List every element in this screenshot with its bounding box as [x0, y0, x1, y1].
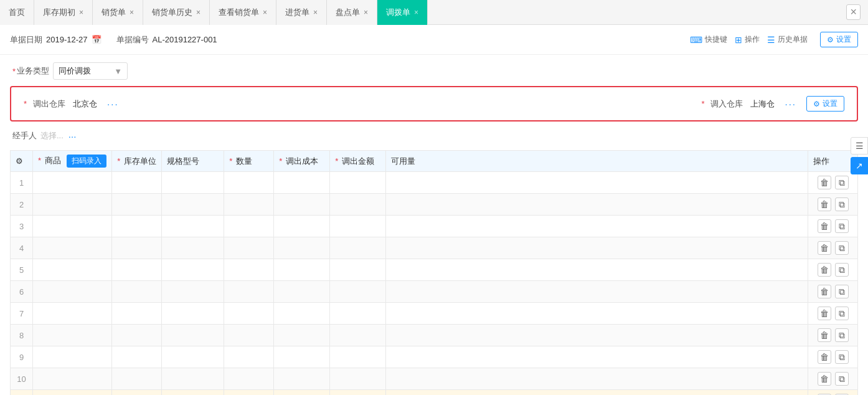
th-ops-label: 操作: [813, 156, 829, 166]
right-float-panel: ☰ ↗: [851, 137, 868, 174]
product-cell-6[interactable]: [33, 281, 112, 303]
amount-cell-1: [330, 172, 386, 194]
header-actions: ⌨ 快捷键 ⊞ 操作 ☰ 历史单据 ⚙ 设置: [690, 32, 858, 47]
th-qty-label: 数量: [236, 156, 252, 166]
copy-row-1-button[interactable]: ⧉: [835, 176, 849, 189]
tab-sales-order[interactable]: 销货单 ×: [93, 0, 143, 25]
doc-number-value: AL-20191227-001: [153, 35, 217, 44]
available-cell-9: [386, 346, 808, 368]
tab-purchase-order[interactable]: 进货单 ×: [276, 0, 327, 25]
delete-row-8-button[interactable]: 🗑: [818, 328, 831, 342]
copy-row-8-button[interactable]: ⧉: [835, 328, 849, 342]
subtotal-cost-cell: 0.00: [274, 390, 330, 396]
delete-row-4-button[interactable]: 🗑: [818, 241, 831, 255]
ops-cell-10: 🗑 ⧉: [808, 368, 858, 390]
column-gear-icon: ⚙: [16, 156, 23, 166]
scan-input-button[interactable]: 扫码录入: [67, 155, 106, 168]
product-cell-7[interactable]: [33, 303, 112, 325]
tab-stocktake-close[interactable]: ×: [364, 8, 368, 17]
ops-cell-7: 🗑 ⧉: [808, 303, 858, 325]
spec-cell-2: [162, 194, 224, 216]
delete-row-1-button[interactable]: 🗑: [818, 176, 831, 189]
subtotal-amount-cell: 0.00: [330, 390, 386, 396]
amount-cell-8: [330, 325, 386, 346]
delete-row-10-button[interactable]: 🗑: [818, 372, 831, 386]
warehouse-settings-gear-icon: ⚙: [813, 100, 820, 108]
close-all-tabs-button[interactable]: ×: [846, 4, 861, 20]
available-cell-5: [386, 259, 808, 281]
tab-stocktake[interactable]: 盘点单 ×: [327, 0, 377, 25]
qty-cell-2: [224, 194, 274, 216]
history-link[interactable]: ☰ 历史单据: [767, 34, 808, 45]
table-container: ⚙ * 商品 扫码录入 * 库存单位 规格型号 *: [10, 150, 858, 395]
tab-sales-history[interactable]: 销货单历史 ×: [143, 0, 210, 25]
spec-cell-10: [162, 368, 224, 390]
settings-button[interactable]: ⚙ 设置: [820, 32, 858, 47]
tab-home[interactable]: 首页: [0, 0, 34, 25]
biz-type-dropdown[interactable]: 同价调拨 ▼: [53, 62, 128, 80]
tab-view-sales[interactable]: 查看销货单 ×: [210, 0, 276, 25]
tab-inventory-init[interactable]: 库存期初 ×: [34, 0, 93, 25]
th-cost-label: 调出成本: [286, 156, 318, 166]
delete-row-3-button[interactable]: 🗑: [818, 219, 831, 233]
copy-row-5-button[interactable]: ⧉: [835, 263, 849, 277]
delete-row-5-button[interactable]: 🗑: [818, 263, 831, 277]
tab-sales-history-close[interactable]: ×: [196, 8, 200, 17]
tab-view-sales-close[interactable]: ×: [263, 8, 267, 17]
copy-row-9-button[interactable]: ⧉: [835, 350, 849, 364]
tab-purchase-order-close[interactable]: ×: [313, 8, 318, 17]
out-warehouse-more-button[interactable]: ···: [107, 98, 119, 109]
ops-cell-4: 🗑 ⧉: [808, 237, 858, 259]
product-cell-2[interactable]: [33, 194, 112, 216]
th-gear[interactable]: ⚙: [11, 151, 33, 172]
spec-cell-7: [162, 303, 224, 325]
unit-cell-5: [112, 259, 162, 281]
spec-cell-6: [162, 281, 224, 303]
delete-row-2-button[interactable]: 🗑: [818, 198, 831, 211]
warehouse-settings-button[interactable]: ⚙ 设置: [806, 96, 844, 112]
tab-sales-order-close[interactable]: ×: [130, 8, 134, 17]
copy-row-10-button[interactable]: ⧉: [835, 372, 849, 386]
product-cell-4[interactable]: [33, 237, 112, 259]
shortcut-link[interactable]: ⌨ 快捷键: [690, 34, 727, 45]
copy-row-2-button[interactable]: ⧉: [835, 198, 849, 211]
copy-row-7-button[interactable]: ⧉: [835, 307, 849, 320]
spec-cell-4: [162, 237, 224, 259]
in-warehouse-more-button[interactable]: ···: [785, 98, 796, 109]
float-export-button[interactable]: ↗: [851, 157, 868, 174]
row-num-9: 9: [11, 346, 33, 368]
doc-number-group: 单据编号 AL-20191227-001: [116, 34, 217, 45]
shortcut-icon: ⌨: [690, 35, 702, 45]
copy-row-4-button[interactable]: ⧉: [835, 241, 849, 255]
product-cell-5[interactable]: [33, 259, 112, 281]
tab-transfer-close[interactable]: ×: [414, 8, 418, 17]
row-num-10: 10: [11, 368, 33, 390]
copy-row-6-button[interactable]: ⧉: [835, 285, 849, 298]
table-row: 2 🗑 ⧉: [11, 194, 858, 216]
product-cell-10[interactable]: [33, 368, 112, 390]
product-cell-9[interactable]: [33, 346, 112, 368]
product-cell-3[interactable]: [33, 216, 112, 237]
product-cell-1[interactable]: [33, 172, 112, 194]
tab-inventory-init-close[interactable]: ×: [79, 8, 83, 17]
float-list-button[interactable]: ☰: [851, 137, 868, 155]
out-warehouse-value: 北京仓: [73, 98, 97, 110]
delete-row-9-button[interactable]: 🗑: [818, 350, 831, 364]
calendar-icon[interactable]: 📅: [92, 35, 101, 44]
in-warehouse-value: 上海仓: [750, 98, 775, 110]
product-cell-8[interactable]: [33, 325, 112, 346]
amount-cell-4: [330, 237, 386, 259]
amount-cell-9: [330, 346, 386, 368]
operations-link[interactable]: ⊞ 操作: [735, 34, 760, 45]
person-more-button[interactable]: ···: [68, 131, 77, 141]
tab-transfer[interactable]: 调拨单 ×: [377, 0, 428, 25]
delete-row-7-button[interactable]: 🗑: [818, 307, 831, 320]
out-warehouse-label: 调出仓库: [33, 98, 65, 110]
cost-cell-8: [274, 325, 330, 346]
in-warehouse-row: * 调入仓库 上海仓 ···: [701, 98, 796, 110]
person-select[interactable]: 选择...: [40, 130, 64, 141]
row-num-3: 3: [11, 216, 33, 237]
qty-required-star: *: [229, 156, 232, 166]
copy-row-3-button[interactable]: ⧉: [835, 219, 849, 233]
delete-row-6-button[interactable]: 🗑: [818, 285, 831, 298]
